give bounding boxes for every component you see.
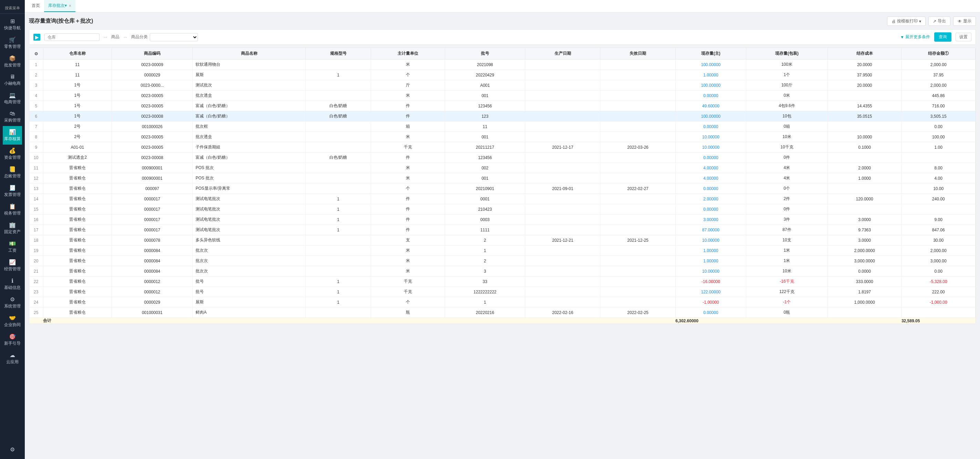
sidebar-item-库存核算[interactable]: 📊库存核算 [3, 126, 22, 145]
cell-qty-main[interactable]: 100.00000 [675, 60, 746, 70]
cell-qty-main[interactable]: -1.00000 [675, 297, 746, 308]
cell-qty-main[interactable]: 100.00000 [675, 80, 746, 91]
cell-total-cost: 2,000.00 [902, 245, 975, 256]
cell-spec [305, 142, 371, 153]
sidebar-icon-3: 🖥 [10, 74, 15, 80]
cell-spec [305, 132, 371, 142]
sidebar-item-资金管理[interactable]: 💰资金管理 [3, 145, 22, 163]
cell-qty-stock: 0个 [746, 183, 828, 194]
export-button[interactable]: ↗ 导出 [928, 16, 950, 26]
row-number: 19 [29, 245, 43, 256]
cell-qty-main[interactable]: 3.00000 [675, 215, 746, 225]
cell-spec [305, 60, 371, 70]
sidebar-item-新手引导[interactable]: 🎯新手引导 [3, 331, 22, 349]
cell-qty-main[interactable]: 10.00000 [675, 142, 746, 153]
cell-product-code: 0023-0000... [112, 80, 193, 91]
sidebar-item-小融电商[interactable]: 🖥小融电商 [3, 71, 22, 89]
cell-unit: 件 [371, 225, 445, 235]
cell-unit: 瓶 [371, 308, 445, 318]
cell-qty-main[interactable]: 4.00000 [675, 163, 746, 173]
sidebar-item-快捷导航[interactable]: ⊞快捷导航 [3, 15, 22, 34]
sidebar-item-固定资产[interactable]: 🏢固定资产 [3, 219, 22, 237]
totals-empty [445, 318, 525, 324]
sidebar-item-批发管理[interactable]: 📦批发管理 [3, 53, 22, 71]
cell-qty-main[interactable]: 49.60000 [675, 101, 746, 111]
tab-0[interactable]: 首页 [27, 0, 44, 12]
display-button[interactable]: 👁 显示 [953, 16, 976, 26]
row-checkbox-header[interactable]: ⊙ [34, 51, 38, 56]
cell-qty-main[interactable]: 0.00000 [675, 121, 746, 132]
sidebar-item-零售管理[interactable]: 🛒零售管理 [3, 34, 22, 53]
cell-total-cost: 2,000.00 [902, 60, 975, 70]
cell-product-name: 批次透盒 [193, 91, 305, 101]
cell-qty-main[interactable]: 0.00000 [675, 91, 746, 101]
sidebar-settings[interactable]: ⚙ [0, 443, 25, 456]
sidebar-item-总账管理[interactable]: 📒总账管理 [3, 163, 22, 182]
cell-batch: 0003 [445, 215, 525, 225]
cell-product-name: 富减（白色/奶糖） [193, 111, 305, 121]
col-header-unit: 主计量单位 [371, 48, 445, 60]
cell-qty-main[interactable]: 10.00000 [675, 235, 746, 245]
cell-qty-stock: -16千克 [746, 276, 828, 287]
search-menu-button[interactable]: 搜索菜单 [0, 3, 25, 14]
expand-conditions-btn[interactable]: ▼ 展开更多条件 [900, 34, 930, 40]
cell-qty-main[interactable]: 1.00000 [675, 256, 746, 266]
cell-qty-main[interactable]: 122.00000 [675, 287, 746, 297]
cell-product-code: 0000012 [112, 276, 193, 287]
settings-button[interactable]: 设置 [956, 33, 971, 41]
cell-total-cost [902, 204, 975, 215]
cell-qty-main[interactable]: 0.00000 [675, 183, 746, 194]
cell-total-cost: 9.00 [902, 215, 975, 225]
sidebar-item-发票管理[interactable]: 🧾发票管理 [3, 182, 22, 201]
cell-prod-date [525, 60, 600, 70]
tab-close-1[interactable]: × [69, 3, 71, 8]
sidebar-icon-4: 💻 [9, 92, 16, 99]
cell-warehouse: 晋省粮仓 [43, 215, 112, 225]
cell-qty-main[interactable]: -16.00000 [675, 276, 746, 287]
tab-1[interactable]: 库存批次▾× [44, 0, 75, 12]
sidebar-icon-9: 🧾 [9, 185, 16, 191]
sidebar-item-基础信息[interactable]: ℹ基础信息 [3, 275, 22, 293]
sidebar-item-税务管理[interactable]: 📋税务管理 [3, 201, 22, 219]
cell-spec [305, 183, 371, 194]
cell-qty-main[interactable]: 0.00000 [675, 308, 746, 318]
cell-prod-date [525, 194, 600, 204]
cell-qty-main[interactable]: 1.00000 [675, 70, 746, 80]
cell-qty-main[interactable]: 100.00000 [675, 111, 746, 121]
printer-icon: 🖨 [891, 19, 896, 24]
cell-total-cost: 3,000.00 [902, 256, 975, 266]
row-number: 12 [29, 173, 43, 183]
cell-qty-main[interactable]: 4.00000 [675, 173, 746, 183]
cell-qty-main[interactable]: 10.00000 [675, 132, 746, 142]
sidebar-item-经营管理[interactable]: 📈经营管理 [3, 256, 22, 275]
table-row: 22晋省粮仓0000012批号1千克33-16.00000-16千克333.00… [29, 276, 975, 287]
cell-qty-main[interactable]: 2.00000 [675, 194, 746, 204]
print-button[interactable]: 🖨 按模板打印 ▾ [887, 16, 926, 26]
sidebar-item-工资[interactable]: 💵工资 [3, 237, 22, 256]
sidebar-item-电商管理[interactable]: 💻电商管理 [3, 89, 22, 108]
warehouse-input[interactable] [45, 33, 99, 41]
cell-qty-main[interactable]: 0.00000 [675, 204, 746, 215]
cell-qty-main[interactable]: 10.00000 [675, 266, 746, 276]
cell-expire-date [600, 163, 675, 173]
cell-qty-main[interactable]: 87.00000 [675, 225, 746, 235]
cell-product-code: 0000029 [112, 297, 193, 308]
cell-qty-main[interactable]: 1.00000 [675, 245, 746, 256]
row-number: 13 [29, 183, 43, 194]
sidebar-item-云应用[interactable]: ☁云应用 [3, 349, 22, 368]
category-select[interactable] [150, 33, 198, 41]
row-number: 16 [29, 215, 43, 225]
query-button[interactable]: 查询 [934, 32, 951, 41]
cell-warehouse: 2号 [43, 132, 112, 142]
cell-expire-date [600, 194, 675, 204]
cell-unit: 米 [371, 132, 445, 142]
filter-expand-arrow[interactable]: ▶ [33, 34, 40, 41]
sidebar-item-采购管理[interactable]: 🛍采购管理 [3, 108, 22, 126]
cell-qty-main[interactable]: 0.00000 [675, 153, 746, 163]
row-number: 3 [29, 80, 43, 91]
sidebar-item-企业协同[interactable]: 🤝企业协同 [3, 312, 22, 331]
sidebar-item-系统管理[interactable]: ⚙系统管理 [3, 293, 22, 312]
cell-qty-stock: 10米 [746, 266, 828, 276]
cell-qty-stock: 3件 [746, 215, 828, 225]
col-header-warehouse: 仓库名称 [43, 48, 112, 60]
